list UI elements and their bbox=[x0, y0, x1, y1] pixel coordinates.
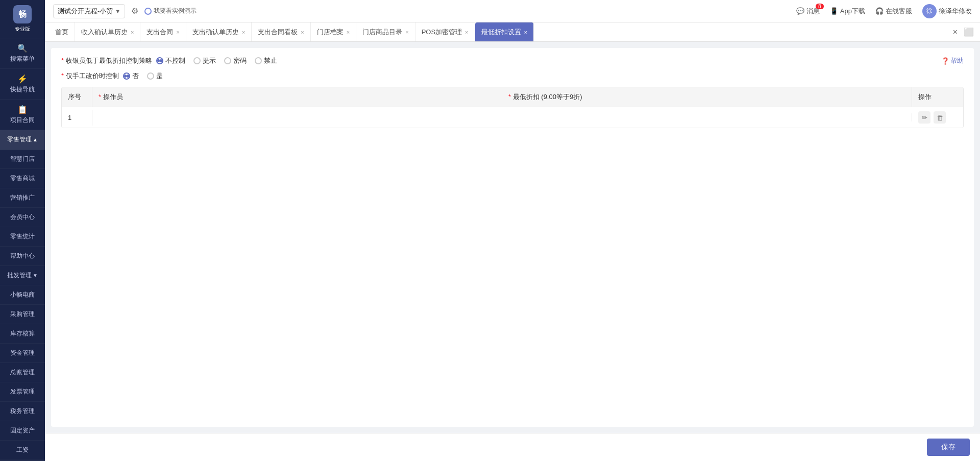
gear-icon: ⚙ bbox=[131, 7, 138, 15]
sidebar-item-label: 智慧门店 bbox=[10, 155, 35, 163]
sidebar-item-contract[interactable]: 📋 项目合同 bbox=[0, 100, 45, 130]
content-panel: ❓ 帮助 * 收银员低于最低折扣控制策略 不控制 提示 bbox=[51, 48, 974, 427]
sidebar-item-label: 固定资产 bbox=[10, 426, 35, 435]
help-link[interactable]: ❓ 帮助 bbox=[941, 56, 964, 65]
tab-income-confirm[interactable]: 收入确认单历史 × bbox=[75, 22, 140, 42]
table-body: 1 ✏ 🗑 bbox=[62, 107, 963, 128]
message-badge: 8 bbox=[816, 4, 824, 9]
topbar-settings-button[interactable]: ⚙ bbox=[131, 6, 138, 16]
sidebar-item-label: 项目合同 bbox=[10, 116, 35, 125]
sidebar-item-asset[interactable]: 固定资产 bbox=[0, 421, 45, 441]
sidebar-nav: 🔍 搜索菜单 ⚡ 快捷导航 📋 项目合同 零售管理 ▲ 智慧门店 零售商城 营销… bbox=[0, 38, 45, 460]
content-area: ❓ 帮助 * 收银员低于最低折扣控制策略 不控制 提示 bbox=[45, 42, 980, 433]
sidebar-item-ecommerce[interactable]: 小畅电商 bbox=[0, 285, 45, 305]
tab-pos-lock[interactable]: POS加密管理 × bbox=[415, 22, 475, 42]
policy-option-password[interactable]: 密码 bbox=[224, 56, 247, 65]
app-icon: 📱 bbox=[830, 7, 838, 15]
manual-option-yes[interactable]: 是 bbox=[147, 71, 163, 81]
sidebar-item-wholesale[interactable]: 批发管理 ▼ bbox=[0, 266, 45, 285]
tab-label: 门店档案 bbox=[317, 28, 344, 37]
close-icon[interactable]: × bbox=[242, 29, 245, 35]
cashier-policy-row: * 收银员低于最低折扣控制策略 不控制 提示 密码 bbox=[61, 56, 964, 65]
sidebar-item-payroll[interactable]: 工资 bbox=[0, 441, 45, 460]
th-operator: * 操作员 bbox=[92, 87, 502, 107]
sidebar-item-label: 税务管理 bbox=[10, 407, 35, 416]
search-icon: 🔍 bbox=[17, 43, 28, 53]
sidebar: 畅 专业版 🔍 搜索菜单 ⚡ 快捷导航 📋 项目合同 零售管理 ▲ 智慧门店 零… bbox=[0, 0, 45, 461]
tab-label: 支出合同看板 bbox=[258, 28, 298, 37]
close-icon[interactable]: × bbox=[405, 29, 408, 35]
tab-store-file[interactable]: 门店档案 × bbox=[311, 22, 356, 42]
wholesale-arrow-icon: ▼ bbox=[33, 273, 38, 278]
headset-icon: 🎧 bbox=[875, 7, 884, 15]
sidebar-item-label: 总账管理 bbox=[10, 368, 35, 377]
delete-row-button[interactable]: 🗑 bbox=[934, 111, 946, 124]
sidebar-item-finance[interactable]: 资金管理 bbox=[0, 344, 45, 363]
th-action: 操作 bbox=[912, 87, 963, 107]
sidebar-item-label: 资金管理 bbox=[10, 349, 35, 357]
radio-remind-icon bbox=[193, 57, 201, 64]
sidebar-item-tax[interactable]: 税务管理 bbox=[0, 402, 45, 421]
edit-row-button[interactable]: ✏ bbox=[918, 111, 930, 124]
user-name: 徐泽华修改 bbox=[939, 7, 972, 16]
user-profile-button[interactable]: 徐 徐泽华修改 bbox=[922, 4, 972, 18]
policy-option-remind[interactable]: 提示 bbox=[193, 56, 216, 65]
demo-link[interactable]: 我要看实例演示 bbox=[144, 7, 197, 15]
tab-close-all-button[interactable]: × bbox=[951, 28, 960, 37]
tab-label: POS加密管理 bbox=[422, 28, 462, 37]
sidebar-item-label: 会员中心 bbox=[10, 213, 35, 222]
app-label: App下载 bbox=[840, 7, 865, 16]
sidebar-item-member[interactable]: 会员中心 bbox=[0, 208, 45, 227]
radio-password-icon bbox=[224, 57, 231, 64]
sidebar-item-smartstore[interactable]: 智慧门店 bbox=[0, 150, 45, 169]
tab-label: 首页 bbox=[55, 28, 68, 37]
sidebar-item-label: 发票管理 bbox=[10, 387, 35, 396]
tab-maximize-button[interactable]: ⬜ bbox=[962, 27, 976, 37]
logo-text: 专业版 bbox=[15, 26, 30, 33]
manual-price-label: * 仅手工改价时控制 bbox=[61, 71, 119, 81]
sidebar-item-quicknav[interactable]: ⚡ 快捷导航 bbox=[0, 69, 45, 100]
close-icon[interactable]: × bbox=[301, 29, 304, 35]
avatar: 徐 bbox=[922, 4, 937, 18]
tab-pay-confirm[interactable]: 支出确认单历史 × bbox=[186, 22, 252, 42]
sidebar-item-retail[interactable]: 零售管理 ▲ bbox=[0, 130, 45, 150]
sidebar-item-label: 快捷导航 bbox=[10, 85, 35, 94]
tab-home[interactable]: 首页 bbox=[49, 22, 75, 42]
radio-forbid-icon bbox=[255, 57, 262, 64]
sidebar-item-invoice[interactable]: 发票管理 bbox=[0, 382, 45, 402]
sidebar-item-marketing[interactable]: 营销推广 bbox=[0, 188, 45, 208]
sidebar-item-purchase[interactable]: 采购管理 bbox=[0, 305, 45, 324]
close-icon[interactable]: × bbox=[347, 29, 350, 35]
close-icon[interactable]: × bbox=[176, 29, 179, 35]
tab-pay-contract-board[interactable]: 支出合同看板 × bbox=[252, 22, 310, 42]
close-icon[interactable]: × bbox=[465, 29, 468, 35]
td-operator bbox=[92, 113, 502, 122]
tab-pay-contract[interactable]: 支出合同 × bbox=[140, 22, 186, 42]
sidebar-item-help[interactable]: 帮助中心 bbox=[0, 247, 45, 266]
sidebar-item-retailstat[interactable]: 零售统计 bbox=[0, 227, 45, 247]
app-download-button[interactable]: 📱 App下载 bbox=[830, 7, 865, 16]
close-icon[interactable]: × bbox=[131, 29, 134, 35]
sidebar-item-onlineshop[interactable]: 零售商城 bbox=[0, 169, 45, 188]
tabbar: 首页 收入确认单历史 × 支出合同 × 支出确认单历史 × 支出合同看板 × 门… bbox=[45, 22, 980, 42]
quicknav-icon: ⚡ bbox=[17, 74, 28, 84]
support-button[interactable]: 🎧 在线客服 bbox=[875, 7, 912, 16]
manual-option-no[interactable]: 否 bbox=[123, 71, 139, 81]
project-name: 测试分开克程-小贸 bbox=[58, 7, 113, 16]
sidebar-item-inventory[interactable]: 库存核算 bbox=[0, 324, 45, 344]
policy-option-no-control[interactable]: 不控制 bbox=[156, 56, 185, 65]
sidebar-item-ledger[interactable]: 总账管理 bbox=[0, 363, 45, 382]
tab-store-product[interactable]: 门店商品目录 × bbox=[356, 22, 415, 42]
main-area: 测试分开克程-小贸 ▼ ⚙ 我要看实例演示 💬 消息 8 📱 App下载 🎧 在… bbox=[45, 0, 980, 461]
close-icon[interactable]: × bbox=[524, 29, 527, 35]
sidebar-item-search[interactable]: 🔍 搜索菜单 bbox=[0, 38, 45, 69]
project-selector[interactable]: 测试分开克程-小贸 ▼ bbox=[53, 4, 125, 18]
message-button[interactable]: 💬 消息 8 bbox=[796, 7, 820, 16]
save-button[interactable]: 保存 bbox=[927, 439, 970, 456]
tab-min-discount[interactable]: 最低折扣设置 × bbox=[475, 22, 534, 42]
radio-no-control-icon bbox=[156, 57, 163, 64]
radio-no-icon bbox=[123, 72, 130, 80]
policy-option-forbid[interactable]: 禁止 bbox=[255, 56, 277, 65]
tab-label: 门店商品目录 bbox=[362, 28, 402, 37]
sidebar-logo: 畅 专业版 bbox=[0, 0, 45, 38]
